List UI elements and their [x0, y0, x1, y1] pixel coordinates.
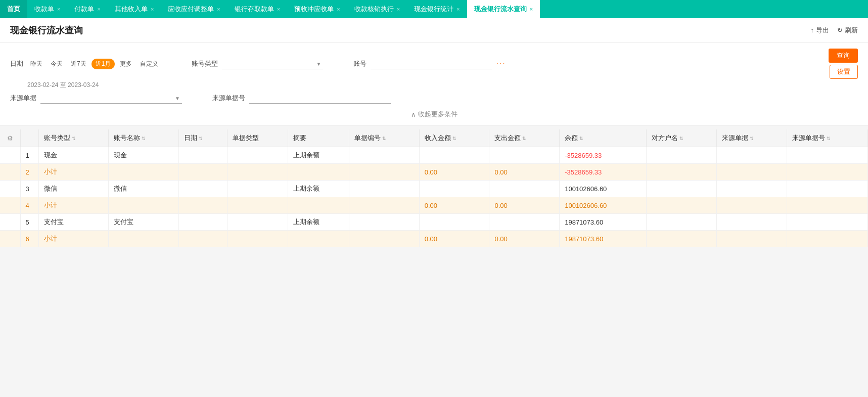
expense-cell	[489, 147, 560, 164]
nav-tab-bank_deposit[interactable]: 银行存取款单 ×	[227, 0, 287, 18]
source-doc-input[interactable]	[40, 93, 182, 104]
sort-icon-doc-no: ⇅	[382, 136, 386, 141]
nav-tab-cash_bank_flow[interactable]: 现金银行流水查询 ×	[467, 0, 540, 18]
expense-cell: 0.00	[489, 164, 560, 181]
close-tab-icon-payments[interactable]: ×	[97, 0, 100, 18]
source-doc-no-cell	[787, 147, 867, 164]
row-settings-cell	[0, 147, 20, 164]
sort-icon-income: ⇅	[452, 136, 456, 141]
col-account-name[interactable]: 账号名称⇅	[109, 129, 179, 147]
col-counterparty[interactable]: 对方户名⇅	[647, 129, 717, 147]
account-name-cell	[109, 197, 179, 214]
row-num-cell: 5	[20, 214, 38, 231]
source-doc-no-cell	[787, 164, 867, 181]
income-cell	[419, 214, 489, 231]
close-tab-icon-cash_bank_flow[interactable]: ×	[530, 0, 533, 18]
date-buttons: 昨天今天近7天近1月更多自定义	[27, 59, 161, 69]
close-tab-icon-collection_exec[interactable]: ×	[397, 0, 400, 18]
page-title: 现金银行流水查询	[10, 24, 83, 36]
source-doc-cell	[716, 197, 787, 214]
account-name-cell: 微信	[109, 181, 179, 197]
col-income[interactable]: 收入金额⇅	[419, 129, 489, 147]
expense-cell	[489, 181, 560, 197]
header-actions: ↑ 导出 ↻ 刷新	[811, 26, 858, 35]
expense-cell: 0.00	[489, 197, 560, 214]
balance-cell: 19871073.60	[560, 231, 647, 247]
date-range-display: 2023-02-24 至 2023-03-24	[27, 81, 99, 89]
collapse-arrow-icon: ∧	[411, 111, 416, 118]
source-doc-no-cell	[787, 214, 867, 231]
account-label: 账号	[353, 59, 367, 68]
col-settings[interactable]: ⚙	[0, 129, 20, 147]
source-doc-select-wrapper: ▼	[40, 93, 182, 104]
close-tab-icon-receipts[interactable]: ×	[57, 0, 60, 18]
row-settings-cell	[0, 197, 20, 214]
source-doc-cell	[716, 231, 787, 247]
close-tab-icon-advance_offset[interactable]: ×	[337, 0, 340, 18]
col-date[interactable]: 日期⇅	[179, 129, 227, 147]
row-settings-cell	[0, 181, 20, 197]
source-doc-no-select-wrapper	[249, 93, 391, 104]
date-btn-昨天[interactable]: 昨天	[27, 59, 45, 69]
col-expense[interactable]: 支出金额⇅	[489, 129, 560, 147]
date-cell	[179, 181, 227, 197]
doc-no-cell	[349, 164, 419, 181]
account-type-cell: 微信	[38, 181, 109, 197]
account-name-cell	[109, 164, 179, 181]
date-btn-更多[interactable]: 更多	[117, 59, 135, 69]
col-row-num	[20, 129, 38, 147]
col-balance[interactable]: 余额⇅	[560, 129, 647, 147]
date-cell	[179, 147, 227, 164]
balance-cell: 100102606.60	[560, 181, 647, 197]
account-type-cell: 小计	[38, 197, 109, 214]
filter-row-1: 日期 昨天今天近7天近1月更多自定义 账号类型 ▼ 账号 ··· 查询 设置	[10, 49, 858, 79]
source-doc-no-input[interactable]	[249, 93, 391, 104]
row-settings-cell	[0, 231, 20, 247]
col-account-type[interactable]: 账号类型⇅	[38, 129, 109, 147]
col-source-doc-no[interactable]: 来源单据号⇅	[787, 129, 867, 147]
doc-type-cell	[227, 147, 288, 164]
nav-tab-collection_exec[interactable]: 收款核销执行 ×	[347, 0, 407, 18]
date-btn-自定义[interactable]: 自定义	[137, 59, 161, 69]
nav-tab-ar_ap_adjust[interactable]: 应收应付调整单 ×	[161, 0, 227, 18]
nav-tab-receipts[interactable]: 收款单 ×	[27, 0, 67, 18]
close-tab-icon-bank_deposit[interactable]: ×	[277, 0, 280, 18]
income-cell: 0.00	[419, 197, 489, 214]
query-button[interactable]: 查询	[829, 49, 858, 63]
source-doc-no-label: 来源单据号	[212, 94, 245, 103]
date-btn-近7天[interactable]: 近7天	[68, 59, 89, 69]
close-tab-icon-other_income[interactable]: ×	[151, 0, 154, 18]
date-btn-今天[interactable]: 今天	[48, 59, 66, 69]
account-name-cell: 支付宝	[109, 214, 179, 231]
col-doc-no[interactable]: 单据编号⇅	[349, 129, 419, 147]
sort-icon-source-doc: ⇅	[750, 136, 754, 141]
account-dots-button[interactable]: ···	[496, 59, 506, 68]
close-tab-icon-cash_bank_stats[interactable]: ×	[456, 0, 460, 18]
nav-tab-payments[interactable]: 付款单 ×	[67, 0, 107, 18]
settings-button[interactable]: 设置	[830, 65, 858, 79]
col-source-doc[interactable]: 来源单据⇅	[716, 129, 787, 147]
date-btn-近1月[interactable]: 近1月	[92, 59, 115, 69]
nav-tab-other_income[interactable]: 其他收入单 ×	[108, 0, 161, 18]
collapse-filter-button[interactable]: ∧ 收起更多条件	[10, 108, 858, 121]
row-num-cell: 1	[20, 147, 38, 164]
close-tab-icon-ar_ap_adjust[interactable]: ×	[217, 0, 220, 18]
row-num-cell: 4	[20, 197, 38, 214]
counterparty-cell	[647, 214, 717, 231]
sort-icon-balance: ⇅	[579, 136, 583, 141]
export-button[interactable]: ↑ 导出	[811, 26, 830, 35]
account-input[interactable]	[371, 58, 492, 69]
refresh-button[interactable]: ↻ 刷新	[837, 26, 858, 35]
account-type-input[interactable]	[222, 58, 323, 69]
nav-tab-cash_bank_stats[interactable]: 现金银行统计 ×	[407, 0, 467, 18]
doc-type-cell	[227, 214, 288, 231]
nav-home[interactable]: 首页	[0, 0, 27, 18]
summary-cell	[288, 231, 349, 247]
summary-cell: 上期余额	[288, 214, 349, 231]
doc-no-cell	[349, 214, 419, 231]
counterparty-cell	[647, 164, 717, 181]
sort-icon-account-type: ⇅	[72, 136, 76, 141]
table-row: 4小计0.000.00100102606.60	[0, 197, 868, 214]
doc-type-cell	[227, 197, 288, 214]
nav-tab-advance_offset[interactable]: 预收冲应收单 ×	[287, 0, 347, 18]
